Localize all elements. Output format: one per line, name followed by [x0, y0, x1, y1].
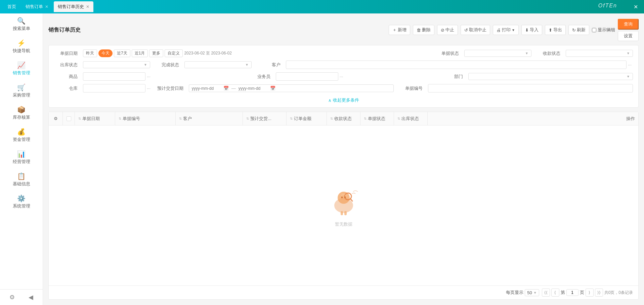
stock-status-select[interactable]: ▼ [83, 61, 150, 68]
print-button[interactable]: 🖨 打印 ▼ [493, 25, 519, 35]
th-payment-status[interactable]: ⇅ 收款状态 [327, 112, 360, 125]
delete-button[interactable]: 🗑 删除 [413, 25, 434, 35]
date-today-btn[interactable]: 今天 [98, 49, 113, 57]
th-amount[interactable]: ⇅ 订单金额 [287, 112, 327, 125]
collapse-row[interactable]: ∧ 收起更多条件 [54, 96, 633, 103]
window-close-btn[interactable]: ✕ [631, 2, 641, 11]
sidebar-collapse-icon[interactable]: ◀ [29, 294, 33, 301]
display-cols-checkbox-label[interactable]: 显示辆细 [592, 27, 615, 33]
delivery-date-from-input[interactable] [192, 86, 222, 91]
sort-payment-icon: ⇅ [330, 117, 333, 120]
payment-status-select[interactable]: ▼ [566, 50, 633, 57]
sidebar-item-system-mgmt[interactable]: ⚙️ 系统管理 [0, 191, 43, 213]
date-1month-btn[interactable]: 近1月 [132, 49, 148, 57]
import-button[interactable]: ⬇ 导入 [521, 25, 542, 35]
warehouse-dots[interactable]: ··· [145, 86, 152, 91]
refresh-button[interactable]: ↻ 刷新 [568, 25, 589, 35]
date-more-btn[interactable]: 更多 [149, 49, 163, 57]
date-7days-btn[interactable]: 近7天 [114, 49, 130, 57]
warehouse-input[interactable] [83, 84, 145, 92]
delivery-date-label: 预计交货日期 [157, 85, 183, 91]
new-button[interactable]: ＋ 新增 [389, 25, 410, 35]
finance-label: 资金管理 [13, 137, 30, 143]
operations-icon: 📊 [17, 151, 26, 157]
complete-status-select[interactable]: ▼ [184, 61, 252, 68]
tab-history-close[interactable]: ✕ [86, 4, 89, 9]
operations-label: 经营管理 [13, 159, 30, 165]
per-page-value: 50 [527, 290, 532, 295]
sidebar-item-purchase-mgmt[interactable]: 🛒 采购管理 [0, 80, 43, 102]
product-dots[interactable]: ··· [145, 74, 152, 79]
salesperson-dots[interactable]: ··· [338, 74, 345, 79]
delivery-date-to-input[interactable] [239, 86, 269, 91]
order-status-select[interactable]: ▼ [464, 50, 531, 57]
date-yesterday-btn[interactable]: 昨天 [83, 49, 97, 57]
customer-input[interactable] [286, 61, 627, 69]
page-number-input[interactable] [566, 289, 578, 296]
tab-sales-order[interactable]: 销售订单 ✕ [22, 1, 52, 12]
sidebar-item-sales-mgmt[interactable]: 📈 销售管理 [0, 58, 43, 80]
sidebar-item-finance[interactable]: 💰 资金管理 [0, 124, 43, 147]
next-page-btn[interactable]: ⟩ [586, 289, 594, 297]
header-checkbox[interactable] [67, 116, 71, 121]
display-cols-checkbox[interactable] [592, 28, 596, 32]
query-button[interactable]: 查询 [618, 19, 639, 30]
inventory-label: 库存核算 [13, 114, 30, 120]
salesperson-label: 业务员 [247, 74, 270, 80]
first-page-btn[interactable]: ⟨⟨ [542, 289, 550, 297]
date-filter-label: 单据日期 [54, 50, 78, 56]
settings-button[interactable]: 设置 [618, 31, 639, 41]
delivery-date-to-cal-icon[interactable]: 📅 [270, 86, 275, 91]
tab-sales-order-history[interactable]: 销售订单历史 ✕ [54, 1, 93, 12]
system-mgmt-icon: ⚙️ [17, 195, 26, 202]
sidebar-item-quick-nav[interactable]: ⚡ 快捷导航 [0, 36, 43, 58]
customer-dots[interactable]: ··· [627, 62, 633, 67]
sort-date-icon: ⇅ [78, 117, 81, 120]
th-settings[interactable]: ⚙ [49, 112, 63, 125]
th-order-no[interactable]: ⇅ 单据编号 [115, 112, 176, 125]
prev-page-btn[interactable]: ⟨ [551, 289, 559, 297]
display-cols-label: 显示辆细 [598, 27, 615, 33]
date-custom-btn[interactable]: 自定义 [165, 49, 183, 57]
sort-amount-icon: ⇅ [290, 117, 293, 120]
sidebar-item-inventory[interactable]: 📦 库存核算 [0, 102, 43, 124]
th-customer[interactable]: ⇅ 客户 [176, 112, 243, 125]
per-page-select[interactable]: 50 ▼ [525, 289, 539, 296]
th-checkbox[interactable] [63, 112, 75, 125]
export-button[interactable]: ⬆ 导出 [545, 25, 566, 35]
tab-sales-order-close[interactable]: ✕ [45, 4, 48, 9]
stop-button[interactable]: ⊘ 中止 [437, 25, 458, 35]
collapse-label: 收起更多条件 [333, 97, 359, 103]
product-input[interactable] [83, 72, 145, 81]
complete-status-chevron: ▼ [245, 63, 249, 67]
order-number-input[interactable] [428, 84, 633, 92]
sidebar-item-search-menu[interactable]: 🔍 搜索菜单 [0, 13, 43, 36]
sidebar-settings-icon[interactable]: ⚙ [9, 294, 15, 301]
tab-home[interactable]: 首页 [3, 1, 20, 12]
department-select[interactable]: ▼ [468, 73, 633, 80]
tab-sales-order-label: 销售订单 [26, 4, 43, 10]
delete-icon: 🗑 [417, 28, 421, 33]
cancel-stop-icon: ↺ [464, 28, 468, 33]
th-date[interactable]: ⇅ 单据日期 [75, 112, 115, 125]
settings-gear-icon[interactable]: ⚙ [54, 116, 58, 121]
th-stock-status[interactable]: ⇅ 出库状态 [394, 112, 428, 125]
salesperson-input[interactable] [276, 72, 338, 81]
delivery-date-from-cal-icon[interactable]: 📅 [223, 86, 229, 91]
th-delivery[interactable]: ⇅ 预计交货... [243, 112, 287, 125]
customer-label: 客户 [257, 62, 281, 68]
th-order-status[interactable]: ⇅ 单据状态 [360, 112, 394, 125]
cancel-stop-button[interactable]: ↺ 取消中止 [461, 25, 490, 35]
per-page-label: 每页显示 [506, 290, 523, 296]
sidebar-item-basic-info[interactable]: 📋 基础信息 [0, 169, 43, 191]
tab-home-label: 首页 [7, 4, 16, 10]
total-info: 共0页，0条记录 [604, 290, 633, 296]
payment-status-chevron: ▼ [627, 51, 630, 55]
product-label: 商品 [54, 74, 78, 80]
collapse-icon: ∧ [328, 98, 332, 103]
stock-status-label: 出库状态 [54, 62, 78, 68]
last-page-btn[interactable]: ⟩⟩ [595, 289, 603, 297]
delete-label: 删除 [422, 27, 431, 33]
sidebar-item-operations[interactable]: 📊 经营管理 [0, 147, 43, 169]
th-stock-label: 出库状态 [401, 116, 419, 122]
